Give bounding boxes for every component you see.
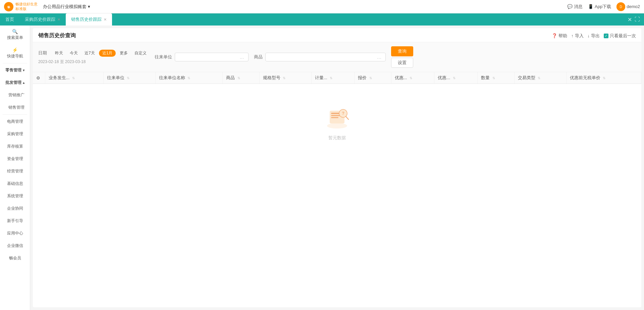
only-last-checkbox[interactable]: ✓ [604,34,608,38]
sidebar-label-basic-info: 基础信息 [7,181,23,187]
sidebar-item-app-center[interactable]: 应用中心 [0,227,30,240]
th-quoted-price-label: 报价 [358,75,367,80]
sidebar-item-wholesale-mgmt[interactable]: 批发管理 ▴ [0,76,30,89]
date-filter-line1: 日期 昨天 今天 近7天 近1月 更多 自定义 [38,50,149,57]
only-last-checkbox-area[interactable]: ✓ 只看最后一次 [604,33,636,39]
sidebar-label-app-center: 应用中心 [7,230,23,236]
th-discount1[interactable]: 优惠... ⇅ [391,72,434,84]
th-partner-name[interactable]: 往来单位名称 ⇅ [155,72,223,84]
help-btn[interactable]: ❓ 帮助 [552,33,567,39]
search-button[interactable]: 查询 [391,46,413,56]
sidebar-label-ecommerce: 电商管理 [7,119,23,124]
sidebar-item-search-menu[interactable]: 🔍 搜索菜单 [0,25,30,44]
sidebar-item-marketing[interactable]: 营销推广 [0,89,30,101]
help-icon: ❓ [552,33,557,38]
message-label: 消息 [574,4,583,10]
sidebar-label-sales-mgmt: 销售管理 [8,105,24,110]
sidebar-item-ecommerce[interactable]: 电商管理 [0,115,30,128]
th-product[interactable]: 商品 ⇅ [223,72,260,84]
date-btn-yesterday[interactable]: 昨天 [52,50,66,57]
sidebar-item-system[interactable]: 系统管理 [0,190,30,202]
maximize-window-icon[interactable]: ⛶ [635,16,640,22]
import-label: 导入 [575,33,584,39]
th-discount2[interactable]: 优惠... ⇅ [434,72,478,84]
sidebar-item-operations[interactable]: 经营管理 [0,165,30,177]
date-btn-more[interactable]: 更多 [117,50,130,57]
th-biz-date[interactable]: 业务发生... ⇅ [45,72,103,84]
th-pretax-price[interactable]: 优惠前无税单价 ⇅ [566,72,641,84]
purchase-history-tab-label: 采购历史价跟踪 [25,16,55,22]
sidebar-item-enterprise[interactable]: 企业协同 [0,202,30,215]
tab-sales-history[interactable]: 销售历史价跟踪 ✕ [66,13,112,25]
import-btn[interactable]: ↑ 导入 [571,33,584,39]
empty-icon: ? [324,104,351,131]
download-icon: 📱 [588,4,593,9]
sidebar-item-membership[interactable]: 畅会员 [0,252,30,264]
svg-rect-7 [331,115,340,116]
partner-label: 往来单位 [155,54,172,60]
th-trade-type[interactable]: 交易类型 ⇅ [514,72,566,84]
sidebar-label-system: 系统管理 [7,193,23,199]
date-btn-today[interactable]: 今天 [67,50,80,57]
product-filter-group: 商品 ... [254,53,386,61]
close-purchase-tab-icon[interactable]: ✕ [57,17,60,22]
user-area[interactable]: D demo2 [616,2,640,11]
logo-text: 畅捷信好生意 标准版 [15,2,38,11]
settings-button[interactable]: 设置 [391,58,413,68]
sidebar: 🔍 搜索菜单 ⚡ 快捷导航 零售管理 ▾ 批发管理 ▴ 营销推广 销售管理 电商… [0,25,30,310]
th-product-label: 商品 [226,75,235,80]
search-icon: 🔍 [12,29,18,34]
svg-point-4 [327,123,347,128]
sidebar-label-inventory: 库存核算 [7,144,23,149]
filter-actions: 查询 设置 [391,46,413,68]
tab-home[interactable]: 首页 [0,13,19,25]
th-quoted-price[interactable]: 报价 ⇅ [355,72,391,84]
th-unit[interactable]: 计量... ⇅ [311,72,355,84]
product-input[interactable] [268,55,376,60]
content-area: 销售历史价查询 ❓ 帮助 ↑ 导入 ↓ 导出 ✓ [30,25,644,310]
date-btn-7days[interactable]: 近7天 [82,50,98,57]
product-input-wrapper: ... [265,53,386,61]
retail-mgmt-arrow-icon: ▾ [23,68,24,72]
tab-purchase-history[interactable]: 采购历史价跟踪 ✕ [19,13,66,25]
gear-icon[interactable]: ⚙ [36,75,40,81]
sidebar-item-inventory[interactable]: 库存核算 [0,140,30,153]
sidebar-item-enterprise-wechat[interactable]: 企业微信 [0,240,30,252]
sidebar-item-purchase[interactable]: 采购管理 [0,128,30,140]
sort-pretax-price-icon: ⇅ [603,76,605,80]
partner-filter-group: 往来单位 ... [155,53,248,61]
date-btn-custom[interactable]: 自定义 [132,50,149,57]
divider-2 [3,114,27,115]
th-partner-code[interactable]: 往来单位 ⇅ [103,72,155,84]
th-quantity[interactable]: 数量 ⇅ [477,72,514,84]
partner-input[interactable] [178,55,238,60]
message-btn[interactable]: 💬 消息 [567,4,583,10]
th-gear[interactable]: ⚙ [33,72,45,84]
empty-text: 暂元数据 [328,135,346,141]
export-btn[interactable]: ↓ 导出 [588,33,600,39]
th-partner-code-label: 往来单位 [107,75,124,80]
sidebar-item-finance[interactable]: 资金管理 [0,153,30,165]
app-selector[interactable]: 办公用品行业模拟账套 ▾ [40,2,93,11]
partner-dots-icon[interactable]: ... [238,54,245,60]
sort-partner-name-icon: ⇅ [187,76,190,80]
sort-quoted-price-icon: ⇅ [369,76,372,80]
sidebar-item-quick-nav[interactable]: ⚡ 快捷导航 [0,44,30,62]
window-controls: ✕ ⛶ [624,16,644,23]
sidebar-item-basic-info[interactable]: 基础信息 [0,177,30,190]
app-download-btn[interactable]: 📱 App下载 [588,4,611,10]
close-window-icon[interactable]: ✕ [628,16,632,23]
sidebar-item-newbie[interactable]: 新手引导 [0,215,30,227]
logo-area: 畅 畅捷信好生意 标准版 [4,2,38,11]
sidebar-item-retail-mgmt[interactable]: 零售管理 ▾ [0,64,30,76]
page-content: 销售历史价查询 ❓ 帮助 ↑ 导入 ↓ 导出 ✓ [33,28,641,307]
th-quantity-label: 数量 [481,75,490,80]
date-btn-1month[interactable]: 近1月 [99,50,116,57]
sidebar-item-sales-mgmt[interactable]: 销售管理 [0,101,30,114]
th-spec[interactable]: 规格型号 ⇅ [259,72,311,84]
close-sales-tab-icon[interactable]: ✕ [104,17,107,22]
product-dots-icon[interactable]: ... [376,54,383,60]
page-header: 销售历史价查询 ❓ 帮助 ↑ 导入 ↓ 导出 ✓ [33,28,641,42]
export-label: 导出 [591,33,600,39]
sidebar-label-operations: 经营管理 [7,168,23,174]
